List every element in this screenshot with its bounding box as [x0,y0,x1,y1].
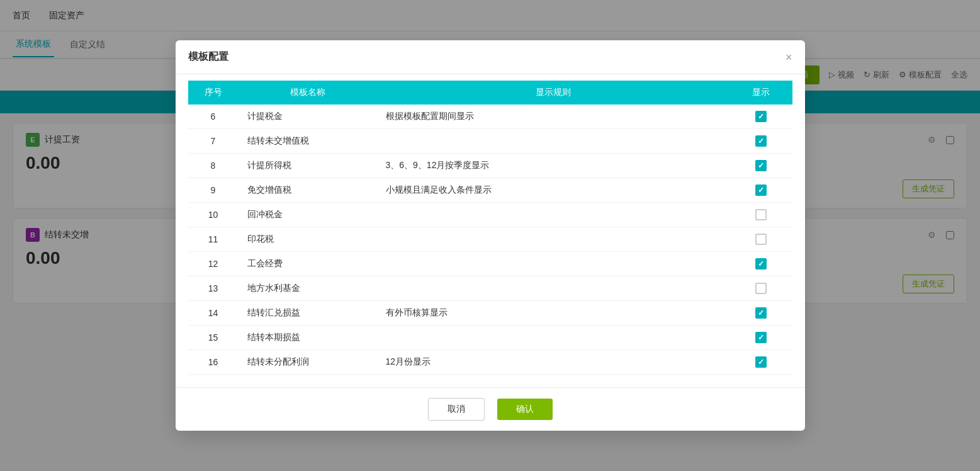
checkbox-wrapper [738,283,784,294]
cell-id: 10 [188,203,239,227]
cell-name: 回冲税金 [239,203,377,227]
checkbox-wrapper [738,135,784,147]
table-header-row: 序号 模板名称 显示规则 显示 [188,81,792,105]
checkbox-item-10[interactable] [755,209,767,220]
col-header-name: 模板名称 [239,81,377,105]
checkbox-wrapper [738,307,784,319]
cell-rule [377,203,729,227]
table-row: 10回冲税金 [188,203,792,227]
cell-id: 7 [188,129,239,154]
cell-rule [377,252,729,276]
checkbox-wrapper [738,356,784,368]
cell-id: 8 [188,154,239,178]
table-row: 8计提所得税3、6、9、12月按季度显示 [188,154,792,178]
table-row: 14结转汇兑损益有外币核算显示 [188,301,792,326]
table-row: 11印花税 [188,227,792,252]
modal-footer: 取消 确认 [176,387,805,431]
cell-id: 9 [188,178,239,203]
cell-checkbox[interactable] [729,178,792,203]
cell-checkbox[interactable] [729,326,792,350]
checkbox-item-6[interactable] [755,111,767,122]
col-header-id: 序号 [188,81,239,105]
cell-id: 15 [188,326,239,350]
checkbox-wrapper [738,160,784,171]
checkbox-item-12[interactable] [755,258,767,270]
cell-name: 结转未分配利润 [239,350,377,375]
cell-rule [377,129,729,154]
cell-checkbox[interactable] [729,227,792,252]
cell-id: 12 [188,252,239,276]
cell-id: 14 [188,301,239,326]
cell-name: 结转汇兑损益 [239,301,377,326]
checkbox-item-13[interactable] [755,283,767,294]
cell-name: 工会经费 [239,252,377,276]
cell-id: 11 [188,227,239,252]
table-row: 12工会经费 [188,252,792,276]
table-row: 6计提税金根据模板配置期间显示 [188,105,792,129]
cell-id: 6 [188,105,239,129]
cell-id: 16 [188,350,239,375]
modal-body: 序号 模板名称 显示规则 显示 6计提税金根据模板配置期间显示7结转未交增值税8… [176,74,805,387]
checkbox-item-7[interactable] [755,135,767,147]
table-body: 6计提税金根据模板配置期间显示7结转未交增值税8计提所得税3、6、9、12月按季… [188,105,792,375]
cell-rule: 根据模板配置期间显示 [377,105,729,129]
checkbox-wrapper [738,111,784,122]
cell-checkbox[interactable] [729,203,792,227]
checkbox-item-8[interactable] [755,160,767,171]
cell-rule: 3、6、9、12月按季度显示 [377,154,729,178]
cell-name: 结转未交增值税 [239,129,377,154]
cell-id: 13 [188,276,239,301]
table-row: 7结转未交增值税 [188,129,792,154]
cell-name: 免交增值税 [239,178,377,203]
cell-name: 计提所得税 [239,154,377,178]
cell-name: 地方水利基金 [239,276,377,301]
table-row: 9免交增值税小规模且满足收入条件显示 [188,178,792,203]
checkbox-item-9[interactable] [755,184,767,196]
checkbox-item-11[interactable] [755,234,767,245]
cell-rule: 小规模且满足收入条件显示 [377,178,729,203]
cell-checkbox[interactable] [729,154,792,178]
checkbox-wrapper [738,209,784,220]
modal-title: 模板配置 [188,50,228,64]
cell-rule: 12月份显示 [377,350,729,375]
checkbox-wrapper [738,258,784,270]
confirm-button[interactable]: 确认 [497,399,553,420]
cell-rule [377,326,729,350]
cell-rule [377,276,729,301]
cell-rule: 有外币核算显示 [377,301,729,326]
modal-template-config: 模板配置 × 序号 模板名称 显示规则 显示 6计提税金根据模板配置期间显示7结… [176,40,805,431]
checkbox-item-16[interactable] [755,356,767,368]
cell-checkbox[interactable] [729,301,792,326]
col-header-display: 显示 [729,81,792,105]
modal-overlay: 模板配置 × 序号 模板名称 显示规则 显示 6计提税金根据模板配置期间显示7结… [0,0,980,471]
table-row: 13地方水利基金 [188,276,792,301]
cell-checkbox[interactable] [729,105,792,129]
cell-checkbox[interactable] [729,129,792,154]
cell-rule [377,227,729,252]
modal-header: 模板配置 × [176,40,805,74]
col-header-rule: 显示规则 [377,81,729,105]
cell-checkbox[interactable] [729,276,792,301]
checkbox-wrapper [738,332,784,343]
modal-close-button[interactable]: × [786,52,792,63]
checkbox-item-14[interactable] [755,307,767,319]
checkbox-wrapper [738,184,784,196]
cell-checkbox[interactable] [729,252,792,276]
cell-name: 印花税 [239,227,377,252]
cell-checkbox[interactable] [729,350,792,375]
cancel-button[interactable]: 取消 [428,398,485,421]
cell-name: 结转本期损益 [239,326,377,350]
checkbox-item-15[interactable] [755,332,767,343]
table-row: 15结转本期损益 [188,326,792,350]
cell-name: 计提税金 [239,105,377,129]
checkbox-wrapper [738,234,784,245]
config-table: 序号 模板名称 显示规则 显示 6计提税金根据模板配置期间显示7结转未交增值税8… [188,81,792,375]
table-row: 16结转未分配利润12月份显示 [188,350,792,375]
